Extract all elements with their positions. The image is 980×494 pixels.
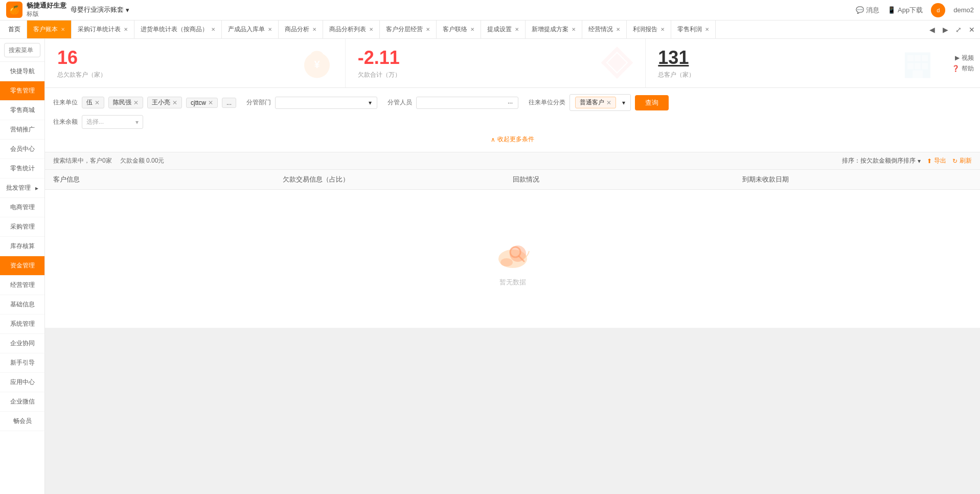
unit-type-select[interactable]: 普通客户 ✕ ▾ bbox=[569, 94, 631, 111]
sidebar-item-operation[interactable]: 经营管理 bbox=[0, 276, 44, 295]
remove-tag-cjttcw[interactable]: ✕ bbox=[208, 99, 213, 106]
sidebar-item-retail-shop[interactable]: 零售商城 bbox=[0, 101, 44, 120]
sidebar-item-ecommerce[interactable]: 电商管理 bbox=[0, 198, 44, 217]
message-button[interactable]: 💬 消息 bbox=[856, 6, 879, 15]
tab-inbound-stats[interactable]: 进货单统计表（按商品） ✕ bbox=[134, 20, 222, 39]
tab-retail-profit[interactable]: 零售利润 ✕ bbox=[671, 20, 716, 39]
close-icon[interactable]: ✕ bbox=[515, 27, 519, 32]
tab-label: 提成设置 bbox=[487, 25, 512, 34]
help-icon: ❓ bbox=[952, 65, 960, 72]
tab-profit-report[interactable]: 利润报告 ✕ bbox=[627, 20, 671, 39]
sidebar-item-app-center[interactable]: 应用中心 bbox=[0, 373, 44, 392]
building-icon bbox=[900, 44, 936, 80]
close-icon[interactable]: ✕ bbox=[61, 27, 65, 32]
tab-business[interactable]: 经营情况 ✕ bbox=[582, 20, 627, 39]
help-button[interactable]: ❓ 帮助 bbox=[952, 64, 974, 73]
close-icon[interactable]: ✕ bbox=[312, 27, 316, 32]
nav-next-button[interactable]: ▶ bbox=[939, 24, 951, 36]
stat-card-icon-bg: ¥ bbox=[299, 44, 335, 82]
money-bag-icon: ¥ bbox=[299, 44, 335, 80]
sidebar-item-retail[interactable]: 零售管理 bbox=[0, 81, 44, 101]
stat-content: 16 总欠款客户（家） bbox=[57, 47, 106, 79]
sidebar-item-wechat[interactable]: 企业微信 bbox=[0, 392, 44, 412]
stat-number-total: 131 bbox=[658, 47, 695, 69]
account-selector[interactable]: 母婴行业演示账套 ▾ bbox=[71, 5, 129, 14]
close-icon[interactable]: ✕ bbox=[470, 27, 474, 32]
tab-label: 商品分析列表 bbox=[329, 25, 366, 34]
logo-icon: 🍊 bbox=[6, 2, 22, 18]
close-icon[interactable]: ✕ bbox=[660, 27, 665, 32]
video-button[interactable]: ▶ 视频 bbox=[955, 54, 974, 62]
debt-amount: 欠款金额 0.00元 bbox=[120, 156, 165, 165]
tab-commission-setting[interactable]: 提成设置 ✕ bbox=[481, 20, 526, 39]
sidebar-item-system[interactable]: 系统管理 bbox=[0, 315, 44, 334]
remove-tag-wang[interactable]: ✕ bbox=[172, 99, 177, 106]
sidebar-item-marketing[interactable]: 营销推广 bbox=[0, 120, 44, 140]
sidebar-item-basic-info[interactable]: 基础信息 bbox=[0, 295, 44, 315]
person-select[interactable]: ··· bbox=[416, 97, 518, 109]
nav-expand-button[interactable]: ⤢ bbox=[952, 24, 965, 36]
close-icon[interactable]: ✕ bbox=[124, 27, 128, 32]
collapse-label: 收起更多条件 bbox=[497, 135, 534, 144]
unit-type-dropdown: ▾ bbox=[622, 99, 625, 106]
sidebar-item-quick-nav[interactable]: 快捷导航 bbox=[0, 62, 44, 81]
nav-close-all-button[interactable]: ✕ bbox=[966, 24, 978, 36]
col-overdue: 到期未收款日期 bbox=[742, 175, 972, 184]
sidebar-item-enterprise[interactable]: 企业协同 bbox=[0, 334, 44, 353]
tab-new-commission[interactable]: 新增提成方案 ✕ bbox=[526, 20, 582, 39]
header-right: 💬 消息 📱 App下载 d demo2 bbox=[856, 3, 974, 17]
dept-select[interactable]: ▾ bbox=[275, 97, 377, 109]
stat-card-debt: -2.11 欠款合计（万） bbox=[346, 39, 646, 87]
tab-label: 客户分层经营 bbox=[386, 25, 423, 34]
tab-customer-ledger[interactable]: 客户账本 ✕ bbox=[27, 20, 72, 39]
svg-text:¥: ¥ bbox=[314, 58, 320, 70]
avatar[interactable]: d bbox=[931, 3, 945, 17]
remove-tag-chen[interactable]: ✕ bbox=[133, 99, 139, 106]
sidebar-item-inventory[interactable]: 库存核算 bbox=[0, 237, 44, 256]
app-download-button[interactable]: 📱 App下载 bbox=[887, 6, 923, 15]
close-icon[interactable]: ✕ bbox=[616, 27, 620, 32]
tab-product-list[interactable]: 商品分析列表 ✕ bbox=[323, 20, 380, 39]
stat-content-debt: -2.11 欠款合计（万） bbox=[358, 47, 401, 79]
sidebar-item-guide[interactable]: 新手引导 bbox=[0, 353, 44, 373]
close-icon[interactable]: ✕ bbox=[572, 27, 576, 32]
stat-card-icon-bg2 bbox=[599, 44, 635, 82]
close-icon[interactable]: ✕ bbox=[211, 27, 215, 32]
remove-tag-wu[interactable]: ✕ bbox=[95, 99, 100, 106]
results-info: 搜索结果中，客户0家 欠款金额 0.00元 bbox=[53, 156, 164, 165]
username: demo2 bbox=[953, 6, 974, 14]
close-icon[interactable]: ✕ bbox=[426, 27, 430, 32]
tab-label: 经营情况 bbox=[588, 25, 613, 34]
stat-label-total: 总客户（家） bbox=[658, 71, 695, 79]
refresh-button[interactable]: ↻ 刷新 bbox=[952, 156, 972, 165]
sidebar-item-finance[interactable]: 资金管理 bbox=[0, 256, 44, 276]
query-button[interactable]: 查询 bbox=[635, 95, 669, 110]
tab-product-analysis[interactable]: 商品分析 ✕ bbox=[279, 20, 323, 39]
tab-purchase-order-stats[interactable]: 采购订单统计表 ✕ bbox=[72, 20, 134, 39]
tab-product-inbound[interactable]: 产成品入库单 ✕ bbox=[222, 20, 279, 39]
tab-label: 零售利润 bbox=[677, 25, 702, 34]
export-label: 导出 bbox=[934, 156, 946, 165]
tab-customer-contact[interactable]: 客户联络 ✕ bbox=[437, 20, 481, 39]
sidebar-item-wholesale[interactable]: 批发管理 ▸ bbox=[0, 178, 44, 198]
remove-tag-normal[interactable]: ✕ bbox=[606, 99, 611, 106]
tab-home[interactable]: 首页 bbox=[2, 20, 27, 39]
export-button[interactable]: ⬆ 导出 bbox=[927, 156, 946, 165]
svg-point-1 bbox=[311, 51, 323, 59]
play-icon: ▶ bbox=[955, 54, 960, 61]
close-icon[interactable]: ✕ bbox=[705, 27, 709, 32]
search-input[interactable] bbox=[4, 43, 40, 57]
nav-prev-button[interactable]: ◀ bbox=[926, 24, 938, 36]
close-icon[interactable]: ✕ bbox=[369, 27, 373, 32]
tab-customer-tier[interactable]: 客户分层经营 ✕ bbox=[380, 20, 437, 39]
collapse-button[interactable]: ∧ 收起更多条件 bbox=[487, 133, 538, 146]
balance-select[interactable]: 选择... ▾ bbox=[82, 115, 143, 129]
filter-tag-more[interactable]: ... bbox=[222, 98, 236, 108]
nav-tabs: 首页 客户账本 ✕ 采购订单统计表 ✕ 进货单统计表（按商品） ✕ 产成品入库单… bbox=[0, 20, 980, 39]
sort-button[interactable]: 排序：按欠款金额倒序排序 ▾ bbox=[842, 156, 921, 165]
close-icon[interactable]: ✕ bbox=[268, 27, 272, 32]
sidebar-item-member2[interactable]: 畅会员 bbox=[0, 412, 44, 431]
sidebar-item-member[interactable]: 会员中心 bbox=[0, 140, 44, 159]
sidebar-item-retail-stats[interactable]: 零售统计 bbox=[0, 159, 44, 178]
sidebar-item-purchase[interactable]: 采购管理 bbox=[0, 217, 44, 237]
